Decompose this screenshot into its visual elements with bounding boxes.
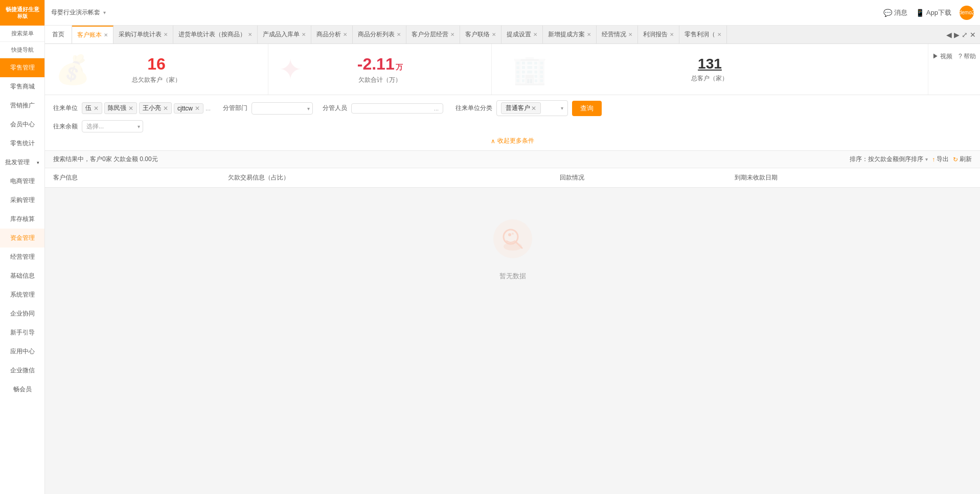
stat-label-credit-total: 欠款合计（万） — [358, 76, 401, 84]
tab-home[interactable]: 首页 — [45, 26, 72, 44]
col-credit-info: 欠款交易信息（占比） — [220, 168, 552, 188]
category-dropdown-icon: ▾ — [561, 105, 563, 111]
sidebar-item-purchase-mgmt[interactable]: 采购管理 — [0, 191, 44, 210]
sidebar-item-system-mgmt[interactable]: 系统管理 — [0, 285, 44, 304]
tab-new-achieve[interactable]: 新增提成方案 ✕ — [543, 26, 597, 44]
sidebar-item-app-center[interactable]: 应用中心 — [0, 342, 44, 361]
sidebar-item-wholesale-mgmt[interactable]: 批发管理 ▾ — [0, 153, 44, 172]
balance-filter-select[interactable]: 选择... — [82, 120, 143, 132]
svg-point-4 — [508, 233, 511, 236]
collapse-area: ∧ 收起更多条件 — [53, 137, 972, 145]
tab-close-profit-report[interactable]: ✕ — [670, 32, 674, 37]
stat-value-credit-total: -2.11 — [357, 55, 395, 74]
sort-select[interactable]: 排序：按欠款金额倒序排序 ▾ — [850, 155, 928, 164]
tab-customer-capital[interactable]: 客户账本 ✕ — [72, 26, 113, 44]
tag-close-wu[interactable]: ✕ — [94, 105, 99, 112]
sidebar-item-basic-info[interactable]: 基础信息 — [0, 266, 44, 285]
customer-type-tag-close[interactable]: ✕ — [531, 105, 536, 112]
empty-icon — [492, 218, 533, 266]
tab-retail-profit[interactable]: 零售利润（ ✕ — [679, 26, 727, 44]
tab-scroll-right-button[interactable]: ▶ — [954, 31, 960, 39]
export-button[interactable]: ↑ 导出 — [932, 155, 949, 164]
help-link[interactable]: ? 帮助 — [959, 52, 976, 61]
tag-wu[interactable]: 伍 ✕ — [82, 102, 102, 114]
sidebar-item-operations-mgmt[interactable]: 经营管理 — [0, 248, 44, 266]
tab-profit-report[interactable]: 利润报告 ✕ — [638, 26, 679, 44]
sidebar-item-search-menu[interactable]: 搜索菜单 — [0, 26, 44, 42]
tab-close-purchase-order-stats[interactable]: ✕ — [164, 32, 168, 37]
tab-scroll-left-button[interactable]: ◀ — [946, 31, 952, 39]
tab-close-inventory-stats[interactable]: ✕ — [248, 32, 252, 37]
tab-purchase-order-stats[interactable]: 采购订单统计表 ✕ — [113, 26, 173, 44]
tabbar-controls: ◀ ▶ ⤢ ✕ — [942, 31, 980, 39]
data-table-wrap: 客户信息 欠款交易信息（占比） 回款情况 到期未收款日期 — [45, 168, 980, 188]
tab-inventory-stats[interactable]: 进货单统计表（按商品） ✕ — [173, 26, 258, 44]
topbar-right: 💬 消息 📱 App下载 demo2 — [883, 6, 974, 20]
collapse-button[interactable]: ∧ 收起更多条件 — [491, 137, 534, 145]
tab-customer-contact[interactable]: 客户联络 ✕ — [460, 26, 502, 44]
sidebar-item-new-user-guide[interactable]: 新手引导 — [0, 323, 44, 342]
tab-close-customer-capital[interactable]: ✕ — [104, 32, 108, 38]
company-filter-label: 往来单位 — [53, 104, 78, 113]
query-button[interactable]: 查询 — [572, 101, 602, 116]
tag-chen-minqiang[interactable]: 陈民强 ✕ — [104, 102, 137, 114]
stat-total-credit-customers: 💰 16 总欠款客户（家） — [45, 44, 268, 95]
tab-close-product-analysis-list[interactable]: ✕ — [397, 32, 401, 37]
main-area: 母婴行业演示帐套 ▾ 💬 消息 📱 App下载 demo2 首页 客 — [45, 0, 980, 494]
tag-wang-xiaoliang[interactable]: 王小亮 ✕ — [139, 102, 172, 114]
credit-total-unit: 万 — [396, 63, 403, 72]
sidebar-item-ecommerce-mgmt[interactable]: 电商管理 — [0, 172, 44, 191]
tag-cjttcw[interactable]: cjttcw ✕ — [174, 103, 203, 114]
account-selector-wrap[interactable]: 母婴行业演示帐套 ▾ — [51, 8, 106, 17]
sidebar-item-member-center[interactable]: 会员中心 — [0, 115, 44, 134]
download-icon: 📱 — [916, 9, 924, 17]
help-icon: ? — [959, 53, 962, 60]
department-filter-label: 分管部门 — [223, 104, 247, 113]
tab-close-product-analysis[interactable]: ✕ — [343, 32, 347, 37]
tag-close-chen[interactable]: ✕ — [128, 105, 133, 112]
tab-close-retail-profit[interactable]: ✕ — [717, 32, 721, 37]
tab-raise-settings[interactable]: 提成设置 ✕ — [502, 26, 543, 44]
sort-label: 排序：按欠款金额倒序排序 — [850, 155, 923, 164]
tab-close-all-button[interactable]: ✕ — [970, 31, 976, 39]
sidebar-item-premium-member[interactable]: 畅会员 — [0, 380, 44, 399]
sidebar-item-retail-mall[interactable]: 零售商城 — [0, 77, 44, 96]
manager-more-icon[interactable]: ... — [434, 105, 439, 111]
customer-type-tag[interactable]: 普通客户 ✕ — [501, 102, 541, 114]
tag-close-wang[interactable]: ✕ — [163, 105, 168, 112]
tab-close-new-achieve[interactable]: ✕ — [587, 32, 591, 37]
stat-label-total-customers: 总客户（家） — [691, 74, 728, 83]
tab-product-analysis[interactable]: 商品分析 ✕ — [311, 26, 353, 44]
sidebar: 畅捷通好生意 标版 搜索菜单 快捷导航 零售管理 零售商城 营销推广 会员中心 … — [0, 0, 45, 494]
refresh-button[interactable]: ↻ 刷新 — [953, 155, 972, 164]
tab-customer-segment[interactable]: 客户分层经营 ✕ — [406, 26, 460, 44]
sidebar-item-quick-nav[interactable]: 快捷导航 — [0, 42, 44, 58]
sidebar-item-inventory-check[interactable]: 库存核算 — [0, 210, 44, 229]
sidebar-item-marketing[interactable]: 营销推广 — [0, 96, 44, 115]
sidebar-item-capital-mgmt[interactable]: 资金管理 — [0, 229, 44, 248]
tab-close-production-stock[interactable]: ✕ — [302, 32, 306, 37]
sidebar-item-enterprise-collab[interactable]: 企业协同 — [0, 304, 44, 323]
tab-close-customer-segment[interactable]: ✕ — [450, 32, 454, 37]
tab-fullscreen-button[interactable]: ⤢ — [962, 31, 968, 39]
tab-close-operations[interactable]: ✕ — [628, 32, 632, 37]
sidebar-item-enterprise-wechat[interactable]: 企业微信 — [0, 361, 44, 380]
tags-more-button[interactable]: ... — [206, 105, 211, 112]
sidebar-item-retail-mgmt[interactable]: 零售管理 — [0, 58, 44, 77]
messages-button[interactable]: 💬 消息 — [883, 8, 907, 17]
tag-close-cjttcw[interactable]: ✕ — [195, 105, 200, 112]
video-link[interactable]: ▶ 视频 — [932, 52, 952, 61]
tab-operations[interactable]: 经营情况 ✕ — [597, 26, 638, 44]
department-filter-select-wrap — [252, 102, 313, 115]
tab-close-customer-contact[interactable]: ✕ — [492, 32, 496, 37]
tab-production-stock[interactable]: 产成品入库单 ✕ — [258, 26, 311, 44]
manager-filter-input[interactable]: ... — [351, 103, 443, 114]
sidebar-item-retail-stats[interactable]: 零售统计 — [0, 134, 44, 153]
tab-close-raise-settings[interactable]: ✕ — [533, 32, 537, 37]
svg-point-0 — [493, 219, 532, 258]
category-filter-wrap[interactable]: 普通客户 ✕ ▾ — [496, 100, 568, 116]
tab-product-analysis-list[interactable]: 商品分析列表 ✕ — [353, 26, 406, 44]
department-filter-select[interactable] — [252, 102, 313, 115]
user-avatar[interactable]: demo2 — [960, 6, 974, 20]
app-download-button[interactable]: 📱 App下载 — [916, 8, 951, 17]
